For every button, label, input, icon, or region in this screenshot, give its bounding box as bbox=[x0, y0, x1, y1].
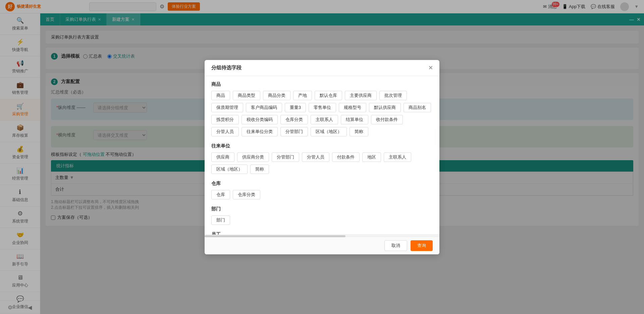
section-warehouse: 仓库 仓库 仓库分类 bbox=[211, 181, 433, 199]
field-tag[interactable]: 付款条件 bbox=[332, 152, 360, 162]
field-tag[interactable]: 简称 bbox=[350, 127, 368, 136]
modal-body[interactable]: 商品 商品 商品类型 商品分类 产地 默认仓库 主要供应商 批次管理 保质期管理… bbox=[205, 76, 439, 235]
field-tag[interactable]: 规格型号 bbox=[339, 103, 366, 112]
modal-horizontal-scrollbar[interactable] bbox=[205, 235, 439, 237]
field-tag[interactable]: 商品类型 bbox=[233, 91, 260, 100]
section-product-title: 商品 bbox=[211, 81, 433, 87]
field-tag[interactable]: 主联系人 bbox=[384, 152, 411, 162]
section-partner: 往来单位 供应商 供应商分类 分管部门 分管人员 付款条件 地区 主联系人 区域… bbox=[211, 143, 433, 174]
field-tag[interactable]: 税收分类编码 bbox=[241, 115, 278, 124]
field-tag[interactable]: 供应商分类 bbox=[237, 152, 269, 162]
field-tag[interactable]: 仓库分类 bbox=[280, 115, 308, 124]
section-employee-title: 员工 bbox=[211, 232, 433, 235]
field-tag[interactable]: 商品 bbox=[211, 91, 230, 100]
field-tag[interactable]: 产地 bbox=[293, 91, 312, 100]
field-tag[interactable]: 客户商品编码 bbox=[246, 103, 282, 112]
modal-close-button[interactable]: ✕ bbox=[428, 65, 433, 71]
field-tag[interactable]: 分管人员 bbox=[211, 127, 239, 136]
section-warehouse-title: 仓库 bbox=[211, 181, 433, 187]
field-tag[interactable]: 默认仓库 bbox=[315, 91, 342, 100]
field-tag[interactable]: 主要供应商 bbox=[345, 91, 377, 100]
modal-overlay: 分组待选字段 ✕ 商品 商品 商品类型 商品分类 产地 默认仓库 主要供应商 批… bbox=[0, 0, 644, 314]
field-tag[interactable]: 商品分类 bbox=[263, 91, 290, 100]
field-tag[interactable]: 分管部门 bbox=[280, 127, 308, 136]
cancel-button[interactable]: 取消 bbox=[384, 240, 407, 251]
field-tag[interactable]: 往来单位分类 bbox=[241, 127, 278, 136]
field-tag[interactable]: 分管人员 bbox=[302, 152, 329, 162]
field-tag[interactable]: 商品别名 bbox=[404, 103, 431, 112]
modal-title: 分组待选字段 bbox=[211, 65, 241, 71]
field-tag[interactable]: 区域（地区） bbox=[311, 127, 347, 136]
field-tag[interactable]: 零售单位 bbox=[309, 103, 336, 112]
modal-header: 分组待选字段 ✕ bbox=[205, 60, 439, 76]
section-warehouse-tags: 仓库 仓库分类 bbox=[211, 190, 433, 199]
field-tag[interactable]: 拣货积分 bbox=[211, 115, 239, 124]
field-tag[interactable]: 仓库 bbox=[211, 190, 230, 199]
section-department-title: 部门 bbox=[211, 206, 433, 212]
field-selection-modal: 分组待选字段 ✕ 商品 商品 商品类型 商品分类 产地 默认仓库 主要供应商 批… bbox=[205, 60, 439, 254]
section-product: 商品 商品 商品类型 商品分类 产地 默认仓库 主要供应商 批次管理 保质期管理… bbox=[211, 81, 433, 136]
field-tag[interactable]: 简称 bbox=[250, 165, 269, 174]
field-tag[interactable]: 重量3 bbox=[285, 103, 306, 112]
field-tag[interactable]: 默认供应商 bbox=[369, 103, 401, 112]
modal-scrollbar-thumb[interactable] bbox=[205, 235, 345, 237]
field-tag[interactable]: 收付款条件 bbox=[371, 115, 403, 124]
section-partner-tags: 供应商 供应商分类 分管部门 分管人员 付款条件 地区 主联系人 区域（地区） … bbox=[211, 152, 433, 174]
modal-footer: 取消 查询 bbox=[205, 237, 439, 254]
section-product-tags: 商品 商品类型 商品分类 产地 默认仓库 主要供应商 批次管理 保质期管理 客户… bbox=[211, 91, 433, 136]
field-tag[interactable]: 区域（地区） bbox=[211, 165, 248, 174]
field-tag[interactable]: 仓库分类 bbox=[233, 190, 260, 199]
field-tag[interactable]: 保质期管理 bbox=[211, 103, 243, 112]
section-department: 部门 部门 bbox=[211, 206, 433, 225]
section-partner-title: 往来单位 bbox=[211, 143, 433, 149]
field-tag[interactable]: 部门 bbox=[211, 215, 230, 225]
field-tag[interactable]: 主联系人 bbox=[311, 115, 338, 124]
section-department-tags: 部门 bbox=[211, 215, 433, 225]
confirm-button[interactable]: 查询 bbox=[411, 240, 433, 251]
field-tag[interactable]: 地区 bbox=[362, 152, 381, 162]
field-tag[interactable]: 供应商 bbox=[211, 152, 234, 162]
field-tag[interactable]: 结算单位 bbox=[341, 115, 368, 124]
field-tag[interactable]: 分管部门 bbox=[272, 152, 299, 162]
field-tag[interactable]: 批次管理 bbox=[379, 91, 407, 100]
section-employee: 员工 业务员 bbox=[211, 232, 433, 235]
